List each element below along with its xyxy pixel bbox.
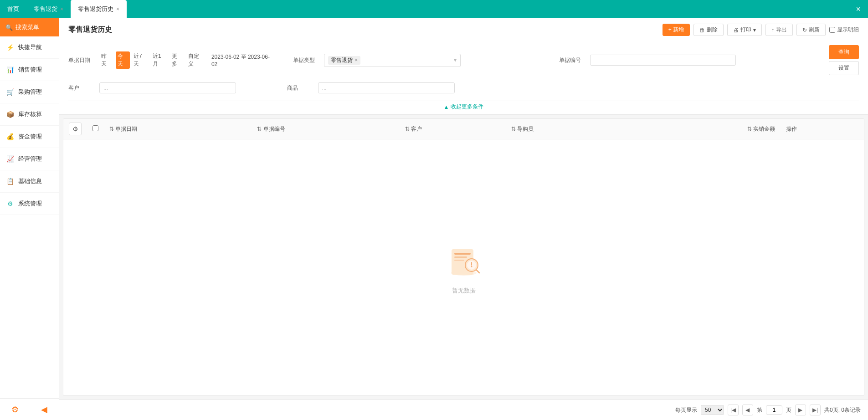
goods-placeholder: ... bbox=[322, 85, 327, 91]
sidebar-item-business[interactable]: 📈 经营管理 bbox=[0, 148, 59, 170]
refresh-button[interactable]: ↻ 刷新 bbox=[796, 24, 826, 36]
sidebar-label-basic-info: 基础信息 bbox=[18, 177, 42, 185]
sidebar-search-button[interactable]: 🔍 搜索菜单 bbox=[0, 18, 59, 36]
sidebar-label-quick-nav: 快捷导航 bbox=[18, 43, 42, 51]
customer-select[interactable]: ... bbox=[99, 82, 236, 93]
refresh-icon: ↻ bbox=[802, 27, 807, 33]
prev-page-button[interactable]: ◀ bbox=[742, 405, 753, 415]
page-number-input[interactable] bbox=[766, 405, 782, 415]
tab-close-retail-return-history[interactable]: × bbox=[116, 6, 119, 12]
doctype-tag-label: 零售退货 bbox=[331, 56, 353, 64]
goods-filter-group: 商品 ... bbox=[287, 82, 528, 93]
col-settings: ⚙ bbox=[63, 119, 87, 139]
page-title: 零售退货历史 bbox=[68, 25, 112, 35]
date-opt-7days[interactable]: 近7天 bbox=[132, 51, 149, 69]
first-page-button[interactable]: |◀ bbox=[728, 405, 739, 415]
per-page-select[interactable]: 50 10 20 100 bbox=[701, 405, 724, 415]
empty-icon bbox=[443, 240, 484, 281]
sidebar-item-basic-info[interactable]: 📋 基础信息 bbox=[0, 170, 59, 193]
show-detail-checkbox[interactable] bbox=[829, 27, 835, 33]
docno-input[interactable] bbox=[590, 55, 736, 66]
col-amount: ⇅ 实销金额 bbox=[633, 119, 781, 139]
date-filter-label: 单据日期 bbox=[68, 56, 96, 64]
print-button[interactable]: 🖨 打印 ▾ bbox=[727, 24, 762, 36]
system-mgmt-icon: ⚙ bbox=[5, 199, 15, 208]
filter-row-1: 单据日期 昨天 今天 近7天 近1月 更多 自定义 2023-06-02 至 2… bbox=[68, 45, 859, 79]
select-all-checkbox[interactable] bbox=[92, 125, 98, 131]
svg-rect-4 bbox=[454, 260, 464, 261]
col-customer: ⇅ 客户 bbox=[400, 119, 506, 139]
filter-section-1: 单据日期 昨天 今天 近7天 近1月 更多 自定义 2023-06-02 至 2… bbox=[68, 45, 859, 79]
content-area: 零售退货历史 + 新增 🗑 删除 🖨 打印 ▾ ↑ 导出 bbox=[59, 18, 868, 420]
date-opt-custom[interactable]: 自定义 bbox=[186, 51, 206, 69]
tab-retail-return-history[interactable]: 零售退货历史× bbox=[71, 0, 127, 18]
date-opt-1month[interactable]: 近1月 bbox=[151, 51, 168, 69]
sidebar-item-sales-mgmt[interactable]: 📊 销售管理 bbox=[0, 59, 59, 81]
doctype-tag-close[interactable]: × bbox=[354, 57, 358, 63]
sidebar-label-finance: 资金管理 bbox=[18, 133, 42, 141]
table-settings-icon[interactable]: ⚙ bbox=[69, 123, 82, 135]
query-button[interactable]: 查询 bbox=[829, 45, 859, 59]
svg-line-9 bbox=[476, 270, 479, 273]
sidebar-search-label: 搜索菜单 bbox=[15, 23, 39, 31]
print-dropdown-icon: ▾ bbox=[753, 27, 756, 33]
col-date: ⇅ 单据日期 bbox=[104, 119, 252, 139]
filter-area: 单据日期 昨天 今天 近7天 近1月 更多 自定义 2023-06-02 至 2… bbox=[68, 41, 859, 114]
svg-rect-3 bbox=[454, 256, 467, 258]
sidebar-item-inventory[interactable]: 📦 库存核算 bbox=[0, 103, 59, 126]
date-opt-today[interactable]: 今天 bbox=[116, 51, 130, 69]
collapse-button[interactable]: ▲ 收起更多条件 bbox=[68, 101, 859, 114]
sidebar-item-purchase-mgmt[interactable]: 🛒 采购管理 bbox=[0, 81, 59, 103]
pagination-bar: 每页显示 50 10 20 100 |◀ ◀ 第 页 ▶ ▶| 共0页, 0条记… bbox=[59, 400, 868, 420]
col-operation: 操作 bbox=[781, 119, 864, 139]
filter-row-2: 客户 ... 商品 ... bbox=[68, 82, 859, 97]
doctype-filter-group: 单据类型 零售退货 × ▾ bbox=[293, 54, 541, 67]
print-icon: 🖨 bbox=[733, 27, 739, 33]
sidebar-item-quick-nav[interactable]: ⚡ 快捷导航 bbox=[0, 36, 59, 59]
settings-gear-icon[interactable]: ⚙ bbox=[11, 405, 19, 415]
date-opt-yesterday[interactable]: 昨天 bbox=[99, 51, 114, 69]
page-header: 零售退货历史 + 新增 🗑 删除 🖨 打印 ▾ ↑ 导出 bbox=[59, 18, 868, 115]
tab-close-retail-return[interactable]: × bbox=[60, 6, 63, 12]
export-button[interactable]: ↑ 导出 bbox=[765, 24, 793, 36]
date-opt-more[interactable]: 更多 bbox=[170, 51, 185, 69]
goods-filter-label: 商品 bbox=[287, 84, 314, 92]
top-bar: 首页零售退货×零售退货历史× × bbox=[0, 0, 868, 18]
sidebar-bottom: ⚙ ◀ bbox=[0, 398, 59, 420]
data-table: ⚙ ⇅ 单据日期 ⇅ 单据编号 bbox=[63, 119, 864, 139]
sidebar-item-system-mgmt[interactable]: ⚙ 系统管理 bbox=[0, 193, 59, 215]
sidebar-menu: ⚡ 快捷导航📊 销售管理🛒 采购管理📦 库存核算💰 资金管理📈 经营管理📋 基础… bbox=[0, 36, 59, 398]
setting-button[interactable]: 设置 bbox=[829, 61, 859, 75]
toolbar-buttons: + 新增 🗑 删除 🖨 打印 ▾ ↑ 导出 ↻ bbox=[663, 24, 859, 36]
delete-button[interactable]: 🗑 删除 bbox=[693, 24, 724, 36]
tab-home[interactable]: 首页 bbox=[0, 0, 26, 18]
sidebar-item-finance[interactable]: 💰 资金管理 bbox=[0, 126, 59, 148]
export-icon: ↑ bbox=[771, 27, 774, 33]
new-button[interactable]: + 新增 bbox=[663, 24, 690, 36]
goods-select[interactable]: ... bbox=[318, 82, 455, 93]
date-range-text: 2023-06-02 至 2023-06-02 bbox=[211, 53, 275, 67]
next-page-button[interactable]: ▶ bbox=[795, 405, 806, 415]
window-close-button[interactable]: × bbox=[848, 5, 868, 14]
collapse-up-icon: ▲ bbox=[444, 104, 449, 110]
page-jian-label: 第 bbox=[757, 406, 762, 414]
sidebar-label-system-mgmt: 系统管理 bbox=[18, 200, 42, 208]
main-layout: 🔍 搜索菜单 ⚡ 快捷导航📊 销售管理🛒 采购管理📦 库存核算💰 资金管理📈 经… bbox=[0, 18, 868, 420]
docno-filter-label: 单据编号 bbox=[559, 56, 586, 64]
tab-retail-return[interactable]: 零售退货× bbox=[26, 0, 71, 18]
sidebar-label-inventory: 库存核算 bbox=[18, 110, 42, 118]
show-detail-checkbox-label[interactable]: 显示明细 bbox=[829, 26, 859, 34]
search-icon: 🔍 bbox=[5, 24, 13, 31]
doctype-select[interactable]: 零售退货 × ▾ bbox=[324, 54, 461, 67]
doctype-dropdown-icon: ▾ bbox=[454, 57, 457, 63]
table-container: ⚙ ⇅ 单据日期 ⇅ 单据编号 bbox=[63, 118, 864, 396]
per-page-label: 每页显示 bbox=[675, 406, 697, 414]
collapse-sidebar-icon[interactable]: ◀ bbox=[41, 405, 47, 415]
customer-placeholder: ... bbox=[103, 85, 108, 91]
finance-icon: 💰 bbox=[5, 132, 15, 141]
last-page-button[interactable]: ▶| bbox=[810, 405, 821, 415]
inventory-icon: 📦 bbox=[5, 110, 15, 119]
sidebar-label-purchase-mgmt: 采购管理 bbox=[18, 88, 42, 96]
col-date-label: ⇅ 单据日期 bbox=[109, 126, 137, 132]
doctype-filter-label: 单据类型 bbox=[293, 56, 320, 64]
